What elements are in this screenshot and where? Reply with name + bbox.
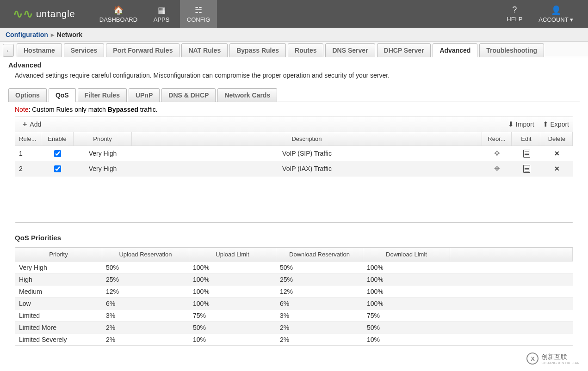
cell-upload-reservation[interactable]: 2% (102, 322, 189, 333)
cell-priority-name: Very High (15, 262, 102, 273)
col-header-edit[interactable]: Edit (512, 132, 541, 146)
tab-dhcp-server[interactable]: DHCP Server (377, 43, 431, 57)
col-header-upload-reservation[interactable]: Upload Reservation (102, 248, 189, 261)
cell-upload-limit[interactable]: 50% (189, 322, 276, 333)
sub-tab-row: OptionsQoSFilter RulesUPnPDNS & DHCPNetw… (8, 88, 580, 102)
rules-body: 1Very HighVoIP (SIP) Traffic2Very HighVo… (15, 146, 573, 222)
help-button[interactable]: ? HELP (496, 0, 533, 28)
cell-download-limit[interactable]: 100% (363, 274, 450, 285)
priorities-grid: Priority Upload Reservation Upload Limit… (15, 247, 573, 346)
cell-upload-reservation[interactable]: 2% (102, 334, 189, 345)
reorder-button[interactable] (482, 164, 512, 173)
tab-routes[interactable]: Routes (288, 43, 323, 57)
edit-button[interactable] (512, 165, 541, 173)
subtab-dns-dhcp[interactable]: DNS & DHCP (161, 88, 216, 102)
nav-label: CONFIG (187, 16, 210, 23)
cell-download-limit[interactable]: 100% (363, 298, 450, 309)
tab-bypass-rules[interactable]: Bypass Rules (229, 43, 286, 57)
export-button[interactable]: ⬆ Export (543, 120, 569, 128)
subtab-options[interactable]: Options (8, 88, 47, 102)
cell-download-limit[interactable]: 75% (363, 310, 450, 321)
back-button[interactable]: ← (3, 44, 14, 57)
import-button[interactable]: ⬇ Import (508, 120, 534, 128)
cell-download-reservation[interactable]: 3% (276, 310, 363, 321)
subtab-network-cards[interactable]: Network Cards (217, 88, 277, 102)
cell-download-reservation[interactable]: 25% (276, 274, 363, 285)
tab-troubleshooting[interactable]: Troubleshooting (479, 43, 544, 57)
cell-upload-reservation[interactable]: 25% (102, 274, 189, 285)
cell-enable (41, 165, 74, 172)
delete-button[interactable] (541, 150, 573, 157)
account-button[interactable]: 👤 ACCOUNT ▾ (533, 0, 579, 28)
cell-upload-limit[interactable]: 100% (189, 274, 276, 285)
nav-item-dashboard[interactable]: 🏠DASHBOARD (94, 0, 143, 28)
nav-item-apps[interactable]: ▦APPS (143, 0, 180, 28)
table-row: 1Very HighVoIP (SIP) Traffic (15, 146, 573, 161)
enable-checkbox[interactable] (54, 165, 61, 172)
qos-priorities-title: QoS Priorities (15, 234, 573, 242)
delete-button[interactable] (541, 165, 573, 172)
col-header-rule[interactable]: Rule... (15, 132, 41, 146)
export-icon: ⬆ (543, 120, 549, 128)
subtab-qos[interactable]: QoS (49, 88, 76, 102)
tab-dns-server[interactable]: DNS Server (325, 43, 375, 57)
cell-upload-limit[interactable]: 100% (189, 262, 276, 273)
col-header-delete[interactable]: Delete (541, 132, 573, 146)
col-header-enable[interactable]: Enable (41, 132, 74, 146)
cell-download-limit[interactable]: 50% (363, 322, 450, 333)
cell-priority: Very High (74, 150, 132, 157)
tab-hostname[interactable]: Hostname (17, 43, 62, 57)
edit-icon (523, 150, 530, 158)
col-header-description[interactable]: Description (132, 132, 482, 146)
plus-icon: + (23, 120, 27, 128)
edit-button[interactable] (512, 150, 541, 158)
table-row: Limited More2%50%2%50% (15, 322, 573, 334)
logo[interactable]: ∿∿ untangle (13, 7, 75, 21)
tab-advanced[interactable]: Advanced (433, 43, 477, 57)
cell-upload-reservation[interactable]: 6% (102, 298, 189, 309)
table-row: Low6%100%6%100% (15, 298, 573, 310)
col-header-download-limit[interactable]: Download Limit (363, 248, 450, 261)
reorder-button[interactable] (482, 149, 512, 158)
col-header-download-reservation[interactable]: Download Reservation (276, 248, 363, 261)
subtab-upnp[interactable]: UPnP (129, 88, 160, 102)
cell-upload-reservation[interactable]: 3% (102, 310, 189, 321)
col-header-upload-limit[interactable]: Upload Limit (189, 248, 276, 261)
cell-upload-reservation[interactable]: 50% (102, 262, 189, 273)
subtab-filter-rules[interactable]: Filter Rules (78, 88, 127, 102)
cell-enable (41, 150, 74, 157)
cell-download-reservation[interactable]: 6% (276, 298, 363, 309)
cell-download-reservation[interactable]: 50% (276, 262, 363, 273)
cell-rule-id: 2 (15, 165, 41, 172)
cell-download-reservation[interactable]: 2% (276, 322, 363, 333)
nav-icon: ▦ (158, 5, 166, 15)
tab-nat-rules[interactable]: NAT Rules (181, 43, 228, 57)
col-header-priority-name[interactable]: Priority (15, 248, 102, 261)
col-header-priority[interactable]: Priority (74, 132, 132, 146)
cell-rule-id: 1 (15, 150, 41, 157)
col-header-reorder[interactable]: Reor... (482, 132, 512, 146)
cell-download-limit[interactable]: 100% (363, 286, 450, 297)
cell-upload-limit[interactable]: 75% (189, 310, 276, 321)
tab-services[interactable]: Services (64, 43, 105, 57)
cell-upload-limit[interactable]: 10% (189, 334, 276, 345)
nav-item-config[interactable]: ☵CONFIG (180, 0, 217, 28)
note-bold: Bypassed (108, 106, 138, 113)
cell-upload-limit[interactable]: 100% (189, 298, 276, 309)
breadcrumb-root[interactable]: Configuration (6, 31, 48, 38)
cell-priority-name: Medium (15, 286, 102, 297)
import-icon: ⬇ (508, 120, 514, 128)
table-row: Limited Severely2%10%2%10% (15, 334, 573, 346)
cell-download-reservation[interactable]: 12% (276, 286, 363, 297)
table-row: Limited3%75%3%75% (15, 310, 573, 322)
cell-download-reservation[interactable]: 2% (276, 334, 363, 345)
enable-checkbox[interactable] (54, 150, 61, 157)
tab-port-forward-rules[interactable]: Port Forward Rules (106, 43, 179, 57)
cell-upload-limit[interactable]: 100% (189, 286, 276, 297)
cell-upload-reservation[interactable]: 12% (102, 286, 189, 297)
cell-download-limit[interactable]: 100% (363, 262, 450, 273)
add-button[interactable]: + Add (19, 118, 45, 130)
cell-description: VoIP (IAX) Traffic (132, 165, 482, 172)
cell-download-limit[interactable]: 10% (363, 334, 450, 345)
move-icon (494, 164, 500, 173)
